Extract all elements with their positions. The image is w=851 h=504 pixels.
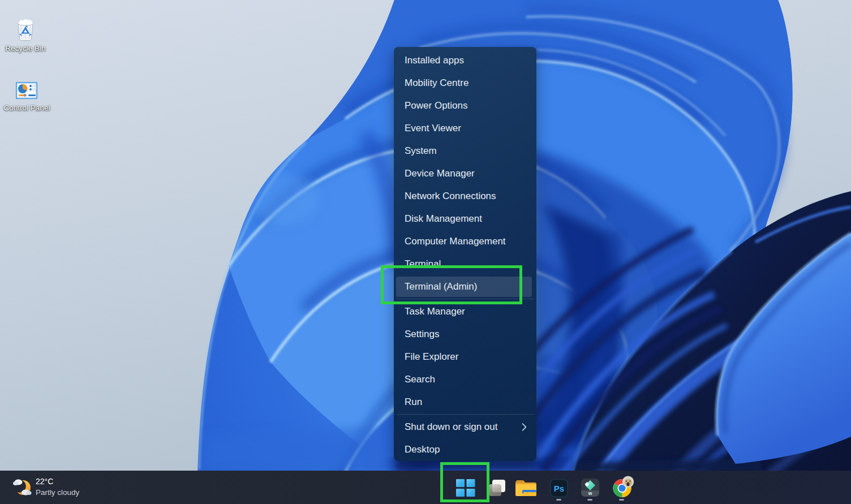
svg-text:Ps: Ps (554, 484, 564, 493)
svg-text:w: w (588, 490, 592, 496)
